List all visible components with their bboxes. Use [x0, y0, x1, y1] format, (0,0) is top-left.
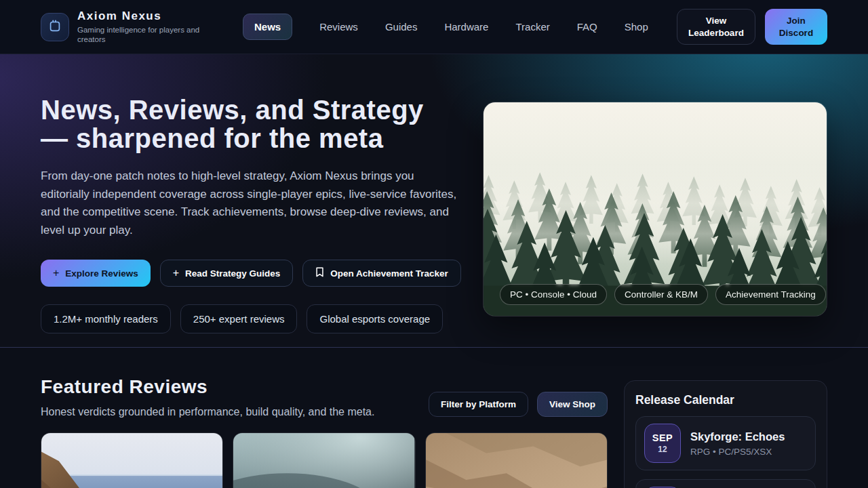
date-badge: SEP 12 [644, 424, 681, 463]
filter-platform-button[interactable]: Filter by Platform [429, 392, 528, 417]
calendar-item-orbit-racers[interactable]: SEP Orbit Racers 2 [635, 479, 816, 488]
nav-item-guides[interactable]: Guides [385, 14, 418, 39]
plus-icon: + [53, 268, 59, 279]
view-shop-button[interactable]: View Shop [537, 392, 608, 417]
gamepad-icon [47, 18, 62, 36]
review-card-desert-image[interactable] [425, 432, 608, 488]
review-card-storm-image[interactable] [233, 432, 415, 488]
featured-subtitle: Honest verdicts grounded in performance,… [41, 406, 374, 418]
brand-tagline: Gaming intelligence for players and crea… [77, 25, 222, 45]
badge-platforms: PC • Console • Cloud [500, 284, 607, 305]
featured-actions: Filter by Platform View Shop [429, 392, 608, 417]
brand-title: Axiom Nexus [77, 9, 222, 23]
read-guides-button[interactable]: + Read Strategy Guides [160, 260, 294, 287]
header: Axiom Nexus Gaming intelligence for play… [0, 0, 868, 54]
hero-title-line2: — sharpened for the meta [41, 125, 468, 153]
release-calendar-panel: Release Calendar SEP 12 Skyforge: Echoes… [624, 380, 827, 488]
hero-description: From day-one patch notes to high-level s… [41, 167, 461, 239]
nav-item-news[interactable]: News [243, 14, 292, 40]
lower-section: Featured Reviews Honest verdicts grounde… [0, 348, 868, 488]
featured-head: Featured Reviews Honest verdicts grounde… [41, 376, 608, 418]
hero-copy: News, Reviews, and Strategy — sharpened … [41, 96, 468, 333]
hero-title-line1: News, Reviews, and Strategy [41, 96, 468, 125]
stat-reviews: 250+ expert reviews [180, 304, 298, 333]
hero-stats: 1.2M+ monthly readers 250+ expert review… [41, 304, 468, 333]
plus-icon: + [173, 268, 179, 279]
release-calendar-title: Release Calendar [635, 393, 816, 407]
nav-item-shop[interactable]: Shop [625, 14, 648, 39]
calendar-item-title: Skyforge: Echoes [690, 430, 785, 443]
hero-image-foggy-forest: PC • Console • Cloud Controller & KB/M A… [483, 102, 827, 317]
stat-esports: Global esports coverage [307, 304, 443, 333]
read-guides-label: Read Strategy Guides [185, 268, 280, 279]
badge-tracking: Achievement Tracking [715, 284, 826, 305]
hero-section: News, Reviews, and Strategy — sharpened … [0, 54, 868, 348]
nav-item-tracker[interactable]: Tracker [515, 14, 549, 39]
calendar-item-meta: RPG • PC/PS5/XSX [690, 447, 785, 457]
join-discord-button[interactable]: Join Discord [765, 9, 827, 45]
review-cards-row [41, 432, 608, 488]
calendar-item-text: Skyforge: Echoes RPG • PC/PS5/XSX [690, 430, 785, 457]
nav-item-faq[interactable]: FAQ [577, 14, 597, 39]
stat-readers: 1.2M+ monthly readers [41, 304, 171, 333]
header-actions: View Leaderboard Join Discord [677, 9, 827, 45]
open-tracker-label: Open Achievement Tracker [330, 268, 448, 279]
featured-title: Featured Reviews [41, 376, 374, 398]
featured-reviews-section: Featured Reviews Honest verdicts grounde… [41, 376, 608, 488]
featured-heading-block: Featured Reviews Honest verdicts grounde… [41, 376, 374, 418]
explore-reviews-button[interactable]: + Explore Reviews [41, 260, 151, 287]
calendar-item-skyforge[interactable]: SEP 12 Skyforge: Echoes RPG • PC/PS5/XSX [635, 416, 816, 470]
open-tracker-button[interactable]: Open Achievement Tracker [302, 260, 461, 287]
review-card-coast-image[interactable] [41, 432, 223, 488]
hero-cta-row: + Explore Reviews + Read Strategy Guides… [41, 260, 468, 287]
main-nav: News Reviews Guides Hardware Tracker FAQ… [243, 14, 648, 40]
brand-logo[interactable] [41, 13, 69, 41]
view-leaderboard-button[interactable]: View Leaderboard [677, 9, 755, 45]
badge-input: Controller & KB/M [614, 284, 708, 305]
nav-item-reviews[interactable]: Reviews [319, 14, 358, 39]
hero-image-badges: PC • Console • Cloud Controller & KB/M A… [500, 284, 826, 305]
explore-reviews-label: Explore Reviews [65, 268, 138, 279]
date-month: SEP [652, 432, 673, 443]
bookmark-icon [315, 267, 324, 279]
brand-text: Axiom Nexus Gaming intelligence for play… [77, 9, 222, 45]
date-day: 12 [658, 445, 667, 454]
hero-title: News, Reviews, and Strategy — sharpened … [41, 96, 468, 152]
nav-item-hardware[interactable]: Hardware [444, 14, 488, 39]
